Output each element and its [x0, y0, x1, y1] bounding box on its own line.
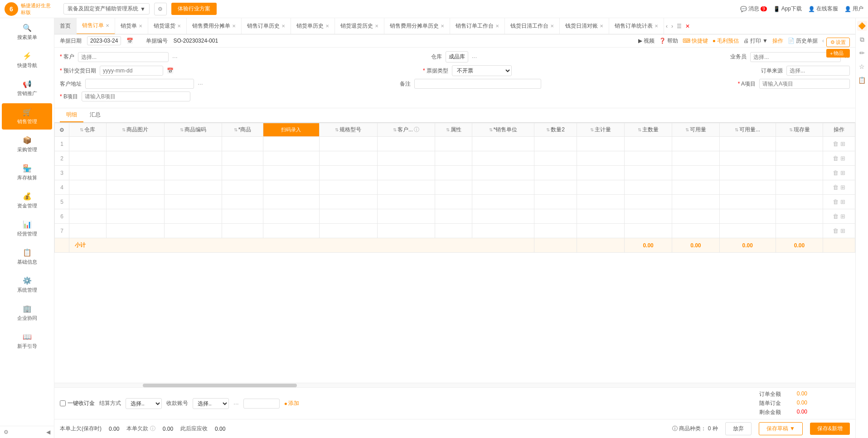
tab-close-fee-split-history[interactable]: ✕ — [441, 24, 444, 29]
print-btn[interactable]: 🖨 打印 ▼ — [743, 37, 768, 45]
sidebar-item-guide[interactable]: 📖 新手引导 — [2, 328, 52, 354]
row-7-delete-icon[interactable]: 🗑 — [833, 227, 839, 234]
row-3-main-qty[interactable] — [625, 166, 672, 180]
settings-icon-top[interactable]: ⚙ — [154, 3, 167, 15]
tab-close-sales-order[interactable]: ✕ — [106, 23, 109, 28]
tab-close-fee-split[interactable]: ✕ — [232, 24, 236, 29]
scroll-thumb[interactable] — [143, 384, 297, 387]
row-6-delete-icon[interactable]: 🗑 — [833, 213, 839, 220]
tab-next[interactable]: › — [669, 23, 675, 29]
tab-close-return-history[interactable]: ✕ — [325, 24, 329, 29]
row-2-available[interactable] — [672, 151, 719, 166]
nav-prev-icon[interactable]: ‹ — [822, 38, 824, 44]
row-5-delete-icon[interactable]: 🗑 — [833, 198, 839, 205]
account-more-btn[interactable]: ··· — [233, 400, 239, 407]
row-7-unit[interactable] — [472, 224, 534, 238]
row-1-main-unit[interactable] — [577, 137, 625, 151]
row-7-image[interactable] — [106, 224, 164, 238]
history-btn[interactable]: 📄 历史单据 — [788, 37, 818, 45]
row-1-cust-code[interactable] — [377, 137, 435, 151]
tab-sales-history[interactable]: 销售订单历史 ✕ — [242, 18, 291, 34]
row-2-code[interactable] — [164, 151, 222, 166]
account-select[interactable]: 选择... — [193, 398, 229, 409]
row-7-main-qty[interactable] — [625, 224, 672, 238]
one-click-checkbox-label[interactable]: 一键收订金 — [60, 399, 95, 407]
shortcut-btn[interactable]: ⌨ 快捷键 — [683, 37, 708, 45]
save-draft-btn[interactable]: 保存草稿 ▼ — [759, 422, 803, 435]
tab-close-return-goods-history[interactable]: ✕ — [375, 24, 378, 29]
sort-attr-icon[interactable]: ⇅ — [446, 127, 450, 132]
row-7-spec[interactable] — [319, 224, 377, 238]
sidebar-item-sales[interactable]: 🛒 销售管理 — [2, 103, 52, 130]
row-7-goods[interactable] — [222, 224, 263, 238]
sort-avail2-icon[interactable]: ⇅ — [735, 127, 738, 132]
row-5-code[interactable] — [164, 195, 222, 209]
tab-cash-reconcile[interactable]: 钱货日清对账 ✕ — [560, 18, 609, 34]
row-4-main-unit[interactable] — [577, 180, 625, 195]
sidebar-item-inventory[interactable]: 🏪 库存核算 — [2, 159, 52, 186]
row-1-stock[interactable] — [776, 137, 823, 151]
row-4-stock[interactable] — [776, 180, 823, 195]
row-6-warehouse[interactable] — [69, 209, 107, 224]
row-5-available2[interactable] — [719, 195, 776, 209]
sort-image-icon[interactable]: ⇅ — [122, 127, 126, 132]
row-4-image[interactable] — [106, 180, 164, 195]
scan-tag[interactable]: 扫码录入 — [278, 126, 304, 133]
row-4-spec[interactable] — [319, 180, 377, 195]
row-6-attr[interactable] — [435, 209, 472, 224]
row-2-delete-icon[interactable]: 🗑 — [833, 155, 839, 162]
sidebar-item-purchase[interactable]: 📦 采购管理 — [2, 131, 52, 158]
row-3-stock[interactable] — [776, 166, 823, 180]
row-4-available2[interactable] — [719, 180, 776, 195]
sort-main-unit-icon[interactable]: ⇅ — [590, 127, 594, 132]
detail-tab-huizong[interactable]: 汇总 — [83, 108, 107, 122]
sidebar-item-marketing[interactable]: 📢 营销推广 — [2, 75, 52, 101]
row-1-warehouse[interactable] — [69, 137, 107, 151]
row-3-qty2[interactable] — [534, 166, 577, 180]
row-1-code[interactable] — [164, 137, 222, 151]
debit-info-icon[interactable]: ⓘ — [150, 425, 155, 432]
sort-unit-icon[interactable]: ⇅ — [489, 127, 493, 132]
row-1-spec[interactable] — [319, 137, 377, 151]
sidebar-item-search[interactable]: 🔍 搜索菜单 — [2, 19, 52, 45]
row-4-unit[interactable] — [472, 180, 534, 195]
sidebar-item-quick-nav[interactable]: ⚡ 快捷导航 — [2, 47, 52, 73]
a-project-input[interactable] — [759, 79, 850, 89]
addr-input[interactable] — [85, 79, 194, 89]
tab-close-sales-stats[interactable]: ✕ — [655, 24, 658, 29]
row-1-attr[interactable] — [435, 137, 472, 151]
row-7-stock[interactable] — [776, 224, 823, 238]
row-4-cust-code[interactable] — [377, 180, 435, 195]
col-scan[interactable]: 扫码录入 — [263, 123, 320, 137]
right-icon-2[interactable]: ⧉ — [857, 34, 867, 44]
row-3-spec[interactable] — [319, 166, 377, 180]
row-5-warehouse[interactable] — [69, 195, 107, 209]
tab-cash-daily[interactable]: 钱货日清工作台 ✕ — [505, 18, 560, 34]
row-6-spec[interactable] — [319, 209, 377, 224]
row-1-main-qty[interactable] — [625, 137, 672, 151]
row-6-copy-icon[interactable]: ⊞ — [840, 213, 845, 220]
tab-sales-order[interactable]: 销售订单 ✕ — [77, 18, 115, 34]
row-3-available2[interactable] — [719, 166, 776, 180]
row-4-available[interactable] — [672, 180, 719, 195]
row-5-copy-icon[interactable]: ⊞ — [840, 198, 845, 205]
row-6-stock[interactable] — [776, 209, 823, 224]
action-btn[interactable]: 操作 — [772, 37, 783, 45]
row-6-scan[interactable] — [263, 209, 320, 224]
tab-home[interactable]: 首页 — [54, 18, 77, 34]
tab-close-cash-reconcile[interactable]: ✕ — [600, 24, 603, 29]
row-1-delete-icon[interactable]: 🗑 — [833, 140, 839, 147]
row-2-warehouse[interactable] — [69, 151, 107, 166]
row-4-goods[interactable] — [222, 180, 263, 195]
tab-fee-split-history[interactable]: 销售费用分摊单历史 ✕ — [384, 18, 450, 34]
tab-return-history[interactable]: 销货单历史 ✕ — [291, 18, 335, 34]
tab-close-sales-return[interactable]: ✕ — [139, 24, 142, 29]
row-6-cust-code[interactable] — [377, 209, 435, 224]
row-2-main-unit[interactable] — [577, 151, 625, 166]
row-7-main-unit[interactable] — [577, 224, 625, 238]
tab-close-cash-daily[interactable]: ✕ — [550, 24, 554, 29]
row-2-main-qty[interactable] — [625, 151, 672, 166]
row-5-scan[interactable] — [263, 195, 320, 209]
tab-close-return-goods[interactable]: ✕ — [177, 24, 181, 29]
row-6-image[interactable] — [106, 209, 164, 224]
